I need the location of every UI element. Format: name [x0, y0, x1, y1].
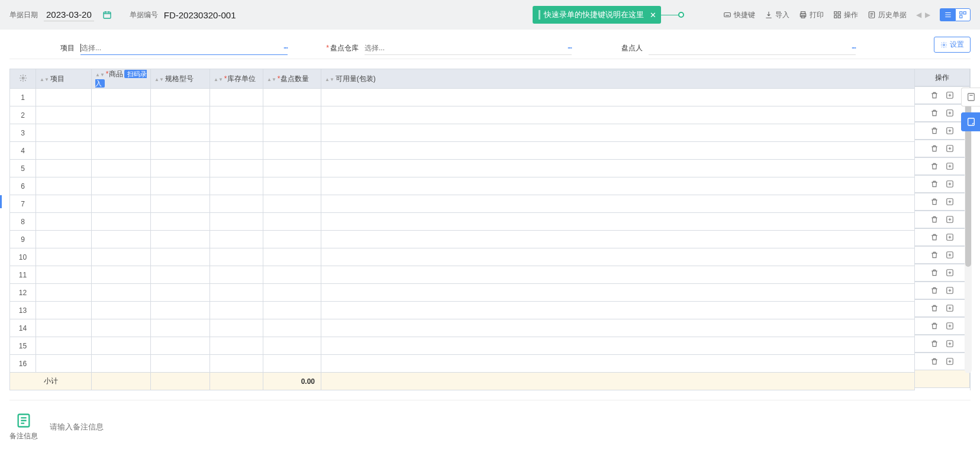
col-avail[interactable]: ▲▼可用量(包装)	[321, 69, 915, 89]
warehouse-input[interactable]	[365, 44, 572, 52]
header-bar: 单据日期 2023-03-20 单据编号 FD-20230320-001 快速录…	[0, 0, 980, 30]
delete-icon[interactable]	[930, 127, 939, 135]
row-ops	[915, 353, 970, 370]
table-row[interactable]: 7	[10, 195, 915, 213]
person-input[interactable]	[649, 44, 856, 52]
delete-icon[interactable]	[930, 198, 939, 206]
add-icon[interactable]	[946, 251, 954, 259]
history-button[interactable]: 历史单据	[868, 10, 907, 20]
person-label: 盘点人	[607, 43, 643, 53]
import-button[interactable]: 导入	[765, 10, 789, 20]
table-row[interactable]: 5	[10, 160, 915, 177]
add-icon[interactable]	[946, 286, 954, 295]
delete-icon[interactable]	[930, 233, 939, 241]
delete-icon[interactable]	[930, 91, 939, 99]
data-table: ▲▼项目 ▲▼*商品扫码录入 ▲▼规格型号 ▲▼*库存单位 ▲▼*盘点数量 ▲▼…	[9, 69, 971, 390]
view-grid-button[interactable]	[955, 8, 971, 21]
col-qty[interactable]: ▲▼*盘点数量	[263, 69, 321, 89]
date-label: 单据日期	[9, 10, 38, 20]
table-row[interactable]: 9	[10, 231, 915, 248]
add-icon[interactable]	[946, 162, 954, 170]
table-row[interactable]: 11	[10, 266, 915, 284]
add-icon[interactable]	[946, 269, 954, 277]
notes-icon	[15, 412, 32, 429]
project-input[interactable]	[81, 44, 288, 52]
gear-icon[interactable]	[10, 69, 36, 89]
delete-icon[interactable]	[930, 180, 939, 188]
svg-rect-11	[963, 12, 966, 14]
delete-icon[interactable]	[930, 144, 939, 153]
next-icon[interactable]: ▶	[925, 11, 930, 19]
close-icon[interactable]: ✕	[650, 11, 656, 20]
row-ops	[915, 228, 970, 246]
view-list-button[interactable]	[940, 8, 955, 21]
table-row[interactable]: 4	[10, 142, 915, 160]
person-select[interactable]: ···	[649, 41, 856, 55]
shortcut-button[interactable]: 快捷键	[723, 10, 755, 20]
add-icon[interactable]	[946, 233, 954, 241]
doc-num-label: 单据编号	[130, 10, 158, 20]
col-unit[interactable]: ▲▼*库存单位	[210, 69, 263, 89]
add-icon[interactable]	[946, 180, 954, 188]
calendar-icon[interactable]	[102, 10, 112, 20]
project-label: 项目	[39, 43, 75, 53]
delete-icon[interactable]	[930, 251, 939, 259]
delete-icon[interactable]	[930, 286, 939, 295]
add-icon[interactable]	[946, 304, 954, 312]
warehouse-select[interactable]: ···	[365, 41, 572, 55]
table-row[interactable]: 3	[10, 124, 915, 142]
svg-rect-12	[960, 15, 962, 18]
filter-row: 项目 ··· *盘点仓库 ··· 盘点人 ··· 设置	[9, 30, 971, 59]
project-select[interactable]: ···	[80, 41, 288, 55]
more-icon[interactable]: ···	[283, 44, 288, 52]
col-product[interactable]: ▲▼*商品扫码录入	[92, 69, 151, 89]
prev-icon[interactable]: ◀	[916, 11, 921, 19]
remarks-label: 备注信息	[9, 431, 38, 441]
add-icon[interactable]	[946, 198, 954, 206]
table-row[interactable]: 12	[10, 284, 915, 302]
table-row[interactable]: 15	[10, 337, 915, 355]
remarks-input[interactable]	[50, 419, 971, 435]
row-ops	[915, 335, 970, 353]
delete-icon[interactable]	[930, 215, 939, 224]
delete-icon[interactable]	[930, 322, 939, 330]
delete-icon[interactable]	[930, 269, 939, 277]
settings-button[interactable]: 设置	[934, 37, 971, 53]
table-row[interactable]: 1	[10, 89, 915, 106]
warehouse-label: 盘点仓库	[330, 44, 359, 52]
table-row[interactable]: 6	[10, 177, 915, 195]
side-tab-2[interactable]	[961, 112, 980, 131]
vertical-scrollbar[interactable]	[965, 89, 972, 373]
add-icon[interactable]	[946, 357, 954, 366]
operate-button[interactable]: 操作	[833, 10, 858, 20]
delete-icon[interactable]	[930, 109, 939, 117]
date-value[interactable]: 2023-03-20	[44, 8, 94, 21]
col-op: 操作	[915, 69, 970, 86]
more-icon[interactable]: ···	[852, 44, 856, 52]
table-row[interactable]: 8	[10, 213, 915, 231]
delete-icon[interactable]	[930, 340, 939, 348]
row-ops	[915, 264, 970, 282]
remarks-section: 备注信息	[9, 400, 971, 441]
add-icon[interactable]	[946, 127, 954, 135]
print-button[interactable]: 打印	[799, 10, 824, 20]
table-row[interactable]: 2	[10, 106, 915, 124]
svg-rect-8	[838, 15, 840, 18]
side-tab-1[interactable]	[961, 88, 980, 106]
add-icon[interactable]	[946, 322, 954, 330]
add-icon[interactable]	[946, 91, 954, 99]
table-row[interactable]: 16	[10, 355, 915, 373]
table-row[interactable]: 10	[10, 248, 915, 266]
add-icon[interactable]	[946, 109, 954, 117]
add-icon[interactable]	[946, 215, 954, 224]
delete-icon[interactable]	[930, 304, 939, 312]
more-icon[interactable]: ···	[568, 44, 572, 52]
table-row[interactable]: 14	[10, 319, 915, 337]
col-project[interactable]: ▲▼项目	[36, 69, 92, 89]
col-spec[interactable]: ▲▼规格型号	[151, 69, 210, 89]
add-icon[interactable]	[946, 340, 954, 348]
delete-icon[interactable]	[930, 162, 939, 170]
table-row[interactable]: 13	[10, 302, 915, 319]
add-icon[interactable]	[946, 144, 954, 153]
delete-icon[interactable]	[930, 357, 939, 366]
